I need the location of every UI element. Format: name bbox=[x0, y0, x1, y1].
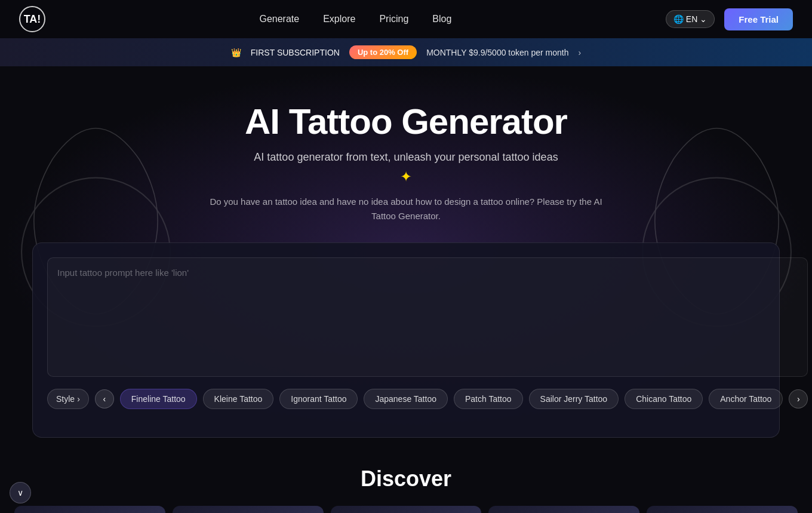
style-tag-japanese[interactable]: Japanese Tattoo bbox=[364, 389, 448, 409]
chevron-left-icon: ‹ bbox=[103, 394, 106, 404]
free-trial-button[interactable]: Free Trial bbox=[724, 8, 793, 30]
language-selector[interactable]: 🌐 EN ⌄ bbox=[666, 10, 715, 28]
globe-icon: 🌐 bbox=[673, 14, 684, 24]
hero-title: AI Tattoo Generator bbox=[0, 102, 812, 142]
style-tag-fineline[interactable]: Fineline Tattoo bbox=[120, 389, 197, 409]
generator-section: Style › ‹ Fineline Tattoo Kleine Tattoo … bbox=[18, 242, 794, 438]
style-dropdown[interactable]: Style › bbox=[47, 389, 89, 409]
sparkle-icon: ✦ bbox=[400, 168, 412, 185]
style-label: Style bbox=[56, 394, 75, 404]
chevron-right-icon: › bbox=[77, 394, 80, 404]
style-tag-anchor[interactable]: Anchor Tattoo bbox=[709, 389, 783, 409]
discover-title: Discover bbox=[14, 466, 798, 492]
style-prev-button[interactable]: ‹ bbox=[95, 389, 114, 408]
style-tags-row: Style › ‹ Fineline Tattoo Kleine Tattoo … bbox=[47, 389, 808, 409]
nav-link-explore[interactable]: Explore bbox=[323, 14, 355, 24]
promo-banner: 👑 FIRST SUBSCRIPTION Up to 20% Off MONTH… bbox=[0, 38, 812, 66]
nav-link-pricing[interactable]: Pricing bbox=[379, 14, 408, 24]
navigation: TA! Generate Explore Pricing Blog 🌐 EN ⌄… bbox=[0, 0, 812, 38]
generator-box: Style › ‹ Fineline Tattoo Kleine Tattoo … bbox=[32, 242, 780, 438]
nav-link-blog[interactable]: Blog bbox=[432, 14, 451, 24]
logo[interactable]: TA! bbox=[19, 6, 45, 32]
style-tag-patch[interactable]: Patch Tattoo bbox=[454, 389, 523, 409]
chevron-right-icon-2: › bbox=[797, 394, 800, 404]
prompt-textarea[interactable] bbox=[47, 257, 808, 377]
discover-grid bbox=[14, 506, 798, 513]
prompt-area: Style › ‹ Fineline Tattoo Kleine Tattoo … bbox=[47, 257, 808, 409]
sparkle-decoration: ✦ bbox=[0, 168, 812, 185]
style-next-button[interactable]: › bbox=[789, 389, 808, 408]
style-tag-sailor-jerry[interactable]: Sailor Jerry Tattoo bbox=[529, 389, 619, 409]
style-tag-chicano[interactable]: Chicano Tattoo bbox=[625, 389, 703, 409]
promo-arrow[interactable]: › bbox=[579, 48, 582, 57]
monthly-text: MONTHLY $9.9/5000 token per month bbox=[426, 48, 568, 57]
nav-link-generate[interactable]: Generate bbox=[259, 14, 299, 24]
hero-content: AI Tattoo Generator AI tattoo generator … bbox=[0, 102, 812, 242]
style-tag-ignorant[interactable]: Ignorant Tattoo bbox=[279, 389, 358, 409]
logo-mark: TA! bbox=[19, 6, 45, 32]
discover-card-2[interactable] bbox=[173, 506, 324, 513]
chevron-down-collapse-icon: ∨ bbox=[17, 488, 23, 497]
style-tag-kleine[interactable]: Kleine Tattoo bbox=[203, 389, 274, 409]
discover-card-4[interactable] bbox=[488, 506, 639, 513]
first-subscription-label: FIRST SUBSCRIPTION bbox=[251, 48, 340, 57]
discover-card-1[interactable] bbox=[14, 506, 165, 513]
crown-icon: 👑 bbox=[231, 48, 241, 57]
discover-card-3[interactable] bbox=[331, 506, 482, 513]
hero-description: Do you have an tattoo idea and have no i… bbox=[197, 195, 615, 223]
chevron-down-icon: ⌄ bbox=[700, 14, 707, 24]
discover-section: Discover bbox=[0, 438, 812, 513]
hero-section: AI Tattoo Generator AI tattoo generator … bbox=[0, 66, 812, 438]
collapse-button[interactable]: ∨ bbox=[10, 482, 31, 503]
discount-badge[interactable]: Up to 20% Off bbox=[349, 45, 417, 59]
nav-links: Generate Explore Pricing Blog bbox=[259, 14, 451, 24]
nav-right: 🌐 EN ⌄ Free Trial bbox=[666, 8, 793, 30]
hero-subtitle: AI tattoo generator from text, unleash y… bbox=[0, 151, 812, 164]
discover-card-5[interactable] bbox=[647, 506, 798, 513]
